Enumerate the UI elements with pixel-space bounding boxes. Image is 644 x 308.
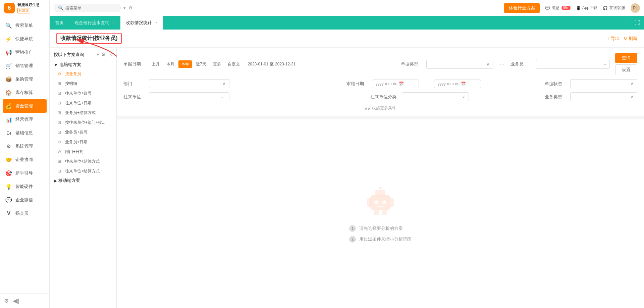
scheme-add-icon[interactable]: + <box>97 52 99 58</box>
search-icon-header: 🔍 <box>58 5 63 10</box>
tab-expand-icon[interactable]: ⛶ <box>635 20 640 26</box>
date-tab-7days[interactable]: 近7天 <box>193 60 209 68</box>
sidebar-item-basic[interactable]: 🗂 基础信息 <box>0 126 49 140</box>
export-button[interactable]: ↑ 导出 <box>607 36 620 42</box>
sidebar-item-hardware[interactable]: 💡 智能硬件 <box>0 180 49 193</box>
empty-state-area: 1 请先选择要分析的方案 2 用过滤条件来缩小分析范围 <box>117 119 644 308</box>
right-panel: 单据日期 上月 本月 本年 近7天 更多 自定义 2023-01-01 至 20… <box>117 48 644 308</box>
scheme-dept-date-icon: ⊙ <box>58 149 63 155</box>
dept-select[interactable]: ∨ <box>149 79 229 88</box>
svg-rect-0 <box>370 195 390 210</box>
tabs-right-controls: － ⛶ <box>625 19 644 27</box>
scheme-item-complex[interactable]: ⊡ 按往来单位+部门+收... <box>50 118 116 127</box>
sidebar-item-finance[interactable]: 💰 资金管理 <box>3 99 47 113</box>
tab-receipts[interactable]: 收款情况统计 × <box>120 16 163 30</box>
trial-button[interactable]: 体验行业方案 <box>504 3 540 13</box>
counterparty-label: 往来单位 <box>123 94 144 100</box>
desktop-section-label: 电脑端方案 <box>59 62 81 68</box>
sidebar-item-quicknav[interactable]: ⚡ 快捷导航 <box>0 32 49 46</box>
counterparty-select[interactable]: ··· <box>149 92 229 101</box>
date-tab-thismonth[interactable]: 本月 <box>164 60 177 68</box>
scheme-panel: 按以下方案查询 + ⚙ 《 ▼ 电脑端方案 ⊙ 按业务员 ⊞ <box>50 48 117 308</box>
sidebar-item-marketing[interactable]: 📢 营销推广 <box>0 46 49 59</box>
messages-btn[interactable]: 💬 消息 99+ <box>545 5 571 11</box>
date-tab-thisyear[interactable]: 本年 <box>178 60 192 68</box>
hardware-icon: 💡 <box>5 183 12 190</box>
sidebar-item-sales[interactable]: 🛒 销售管理 <box>0 59 49 72</box>
scheme-party-account-label: 往来单位+账号 <box>65 91 92 96</box>
settings-gear-icon[interactable]: ⚙ <box>128 5 132 10</box>
scheme-item-party-date[interactable]: ⊡ 往来单位+日期 <box>50 98 116 108</box>
online-service-btn[interactable]: 🎧 在线客服 <box>603 5 625 11</box>
scheme-header-icons: + ⚙ 《 <box>97 52 112 58</box>
scheme-item-sp-account[interactable]: ⊡ 业务员+账号 <box>50 127 116 137</box>
calendar-end-icon: 📅 <box>461 82 466 86</box>
user-avatar[interactable]: Rit <box>631 3 640 13</box>
marketing-icon: 📢 <box>5 49 12 56</box>
receipts-tab-close[interactable]: × <box>155 20 158 25</box>
sidebar-item-mgmt[interactable]: 📊 经营管理 <box>0 113 49 126</box>
date-tabs: 上月 本月 本年 近7天 更多 自定义 <box>149 60 243 68</box>
scheme-item-detail[interactable]: ⊞ 按明细 <box>50 79 116 89</box>
search-bar[interactable]: 🔍 <box>54 4 121 12</box>
desktop-section-header[interactable]: ▼ 电脑端方案 <box>50 60 116 69</box>
cashflow-tab-close[interactable]: × <box>113 20 115 25</box>
sidebar-item-purchase[interactable]: 📦 采购管理 <box>0 72 49 86</box>
sidebar-item-wechat-label: 企业微信 <box>15 197 33 203</box>
refresh-button[interactable]: ↻ 刷新 <box>624 36 637 42</box>
system-icon: ⚙ <box>5 143 12 150</box>
doc-status-select[interactable]: ∨ <box>570 79 637 88</box>
review-date-start-text: yyyy-mm-dd <box>376 82 397 86</box>
salesperson-select[interactable]: ··· <box>536 60 610 69</box>
sidebar-item-search-label: 搜索菜单 <box>15 22 33 29</box>
doctype-select[interactable]: ∨ <box>426 60 493 69</box>
settings-button[interactable]: 设置 <box>615 64 637 75</box>
scheme-item-salesperson[interactable]: ⊙ 按业务员 <box>50 69 116 79</box>
mobile-section-header[interactable]: ▶ 移动端方案 <box>50 176 116 185</box>
scheme-item-salesperson-settlement[interactable]: ⊞ 业务员+结算方式 <box>50 108 116 118</box>
date-tab-more[interactable]: 更多 <box>210 60 224 68</box>
tab-cashflow[interactable]: 现金银行流水查询 × <box>69 16 120 30</box>
scheme-item-party-settle1[interactable]: ⊞ 往来单位+结算方式 <box>50 157 116 166</box>
scheme-settings-icon[interactable]: ⚙ <box>101 52 106 58</box>
counterparty-more-icon[interactable]: ··· <box>221 94 224 99</box>
date-tab-custom[interactable]: 自定义 <box>225 60 243 68</box>
content-body: 按以下方案查询 + ⚙ 《 ▼ 电脑端方案 ⊙ 按业务员 ⊞ <box>50 48 644 308</box>
svg-point-2 <box>379 187 382 190</box>
tab-home[interactable]: 首页 <box>50 16 69 30</box>
date-tab-lastmonth[interactable]: 上月 <box>149 60 162 68</box>
finance-icon: 💰 <box>5 103 12 109</box>
filter-collapse-btn[interactable]: ∧∧ 收起更多条件 <box>123 105 637 111</box>
sidebar-item-system[interactable]: ⚙ 系统管理 <box>0 140 49 153</box>
sidebar-item-search[interactable]: 🔍 搜索菜单 <box>0 19 49 32</box>
svg-rect-1 <box>375 190 385 197</box>
scheme-item-party-settle2[interactable]: ⊡ 往来单位+结算方式 <box>50 166 116 176</box>
step2-num: 2 <box>349 236 356 243</box>
scheme-dept-date-label: 部门+日期 <box>65 149 84 155</box>
tab-minimize-icon[interactable]: － <box>625 19 631 27</box>
scheme-collapse-icon[interactable]: 《 <box>108 52 112 58</box>
search-input[interactable] <box>65 6 112 10</box>
review-date-end[interactable]: yyyy-mm-dd 📅 <box>434 80 481 88</box>
biz-type-select[interactable]: ∨ <box>570 92 637 101</box>
filter-row-counterparty: 往来单位 ··· 往来单位分类 ∨ 业务类型 ∨ <box>123 92 637 101</box>
scheme-item-sp-date[interactable]: ⊙ 业务员+日期 <box>50 137 116 147</box>
bottom-collapse-icon[interactable]: ◀‖ <box>13 298 19 304</box>
scheme-item-party-account[interactable]: ⊡ 往来单位+账号 <box>50 89 116 98</box>
sidebar: 6 畅捷通好生意 标准版 🔍 搜索菜单 ⚡ 快捷导航 📢 营销推广 🛒 销售管理… <box>0 0 50 308</box>
scheme-item-dept-date[interactable]: ⊙ 部门+日期 <box>50 147 116 157</box>
app-download-label: App下载 <box>582 5 597 11</box>
sidebar-item-corp[interactable]: 🤝 企业协同 <box>0 153 49 166</box>
review-date-start[interactable]: yyyy-mm-dd 📅 <box>372 80 419 88</box>
sidebar-item-guide[interactable]: 🎯 新手引导 <box>0 166 49 180</box>
messages-label: 消息 <box>551 5 559 11</box>
sidebar-item-wechat[interactable]: 💬 企业微信 <box>0 193 49 207</box>
query-button[interactable]: 查询 <box>615 53 637 63</box>
bottom-settings-icon[interactable]: ⚙ <box>4 298 9 304</box>
counterparty-category-select[interactable]: ∨ <box>402 92 469 101</box>
app-download-btn[interactable]: 📱 App下载 <box>576 5 597 11</box>
dropdown-arrow-icon[interactable]: ▾ <box>123 5 126 10</box>
sidebar-item-member[interactable]: V 畅会员 <box>0 207 49 220</box>
doctype-more-icon[interactable]: ··· <box>500 62 504 67</box>
sidebar-item-inventory[interactable]: 🏠 库存核算 <box>0 86 49 99</box>
